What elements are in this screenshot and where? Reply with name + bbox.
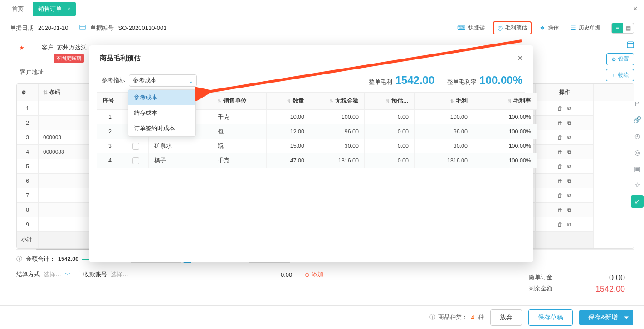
profit-estimate-link[interactable]: ◎毛利预估 bbox=[493, 21, 532, 34]
mcol-unit[interactable]: ⇅销售单位 bbox=[212, 93, 267, 110]
trash-icon[interactable]: 🗑 bbox=[557, 134, 563, 141]
rail-clock-icon[interactable]: ◴ bbox=[631, 130, 644, 142]
number-value: SO-20200110-001 bbox=[118, 25, 167, 31]
save-draft-button[interactable]: 保存草稿 bbox=[528, 309, 573, 326]
mcell-amount: 30.00 bbox=[310, 139, 365, 153]
mcol-amount[interactable]: ⇅无税金额 bbox=[310, 93, 365, 110]
trash-icon[interactable]: 🗑 bbox=[557, 120, 563, 126]
account-period-badge: 不固定账期 bbox=[54, 54, 84, 63]
row-number: 6 bbox=[17, 174, 39, 188]
trash-icon[interactable]: 🗑 bbox=[557, 163, 563, 170]
tab-bar: 首页 销售订单 × × bbox=[0, 0, 644, 18]
copy-icon[interactable]: ⧉ bbox=[567, 221, 571, 228]
copy-icon[interactable]: ⧉ bbox=[567, 149, 571, 155]
shortcut-link[interactable]: ⌨快捷键 bbox=[454, 22, 488, 34]
trash-icon[interactable]: 🗑 bbox=[557, 178, 563, 184]
cell-actions: 🗑⧉ bbox=[536, 159, 594, 174]
copy-icon[interactable]: ⧉ bbox=[567, 134, 571, 141]
close-modal-icon[interactable]: × bbox=[517, 54, 522, 63]
chevron-up-icon[interactable]: ⌃ bbox=[189, 78, 193, 84]
rail-link-icon[interactable]: 🔗 bbox=[631, 113, 644, 126]
trash-icon[interactable]: 🗑 bbox=[557, 207, 563, 213]
settle-method-select[interactable]: 选择… bbox=[44, 270, 61, 279]
rail-doc-icon[interactable]: 🗎 bbox=[631, 97, 644, 110]
indicator-select[interactable] bbox=[129, 74, 197, 87]
mcol-profit[interactable]: ⇅毛利 bbox=[415, 93, 473, 110]
mcol-qty[interactable]: ⇅数量 bbox=[267, 93, 310, 110]
copy-icon[interactable]: ⧉ bbox=[567, 178, 571, 184]
chevron-down-icon[interactable]: ﹀ bbox=[65, 270, 71, 279]
copy-icon[interactable]: ⧉ bbox=[567, 120, 571, 126]
info-icon: ⓘ bbox=[16, 255, 22, 263]
trash-icon[interactable]: 🗑 bbox=[557, 221, 563, 228]
mcell-rate: 100.00% bbox=[473, 153, 537, 168]
target-icon: ◎ bbox=[498, 25, 503, 31]
mcell-unit: 包 bbox=[212, 124, 267, 139]
dropdown-option[interactable]: 结存成本 bbox=[128, 105, 195, 121]
mcell-profit: 96.00 bbox=[415, 124, 473, 139]
row-number: 4 bbox=[17, 145, 39, 159]
mcell-qty: 10.00 bbox=[267, 110, 310, 124]
address-label: 客户地址 bbox=[19, 68, 44, 76]
list-view-icon[interactable]: ≡ bbox=[612, 23, 623, 33]
receive-account-select[interactable]: 选择… bbox=[111, 270, 128, 279]
settings-button[interactable]: ⚙设置 bbox=[606, 53, 634, 65]
close-all-icon[interactable]: × bbox=[633, 4, 638, 14]
row-number: 9 bbox=[17, 217, 39, 232]
copy-icon[interactable]: ⧉ bbox=[567, 192, 571, 199]
footer-bar: ⓘ 商品种类： 4 种 放弃 保存草稿 保存&新增 bbox=[0, 305, 644, 329]
mcell-check[interactable] bbox=[123, 139, 149, 153]
checkbox-icon[interactable] bbox=[132, 157, 139, 164]
trash-icon[interactable]: 🗑 bbox=[557, 105, 563, 112]
indicator-dropdown[interactable]: 参考成本 结存成本 订单签约时成本 bbox=[128, 89, 196, 137]
checkbox-icon[interactable] bbox=[132, 143, 139, 150]
mcol-seq[interactable]: 序号 bbox=[97, 93, 123, 110]
copy-icon[interactable]: ⧉ bbox=[567, 207, 571, 213]
row-number: 5 bbox=[17, 159, 39, 174]
right-rail: 🗎 🔗 ◴ ◎ ▣ ☆ ⤢ bbox=[630, 23, 644, 210]
close-tab-icon[interactable]: × bbox=[67, 5, 71, 12]
save-and-new-button[interactable]: 保存&新增 bbox=[579, 310, 633, 325]
logistics-button[interactable]: ＋物流 bbox=[606, 69, 634, 81]
rail-cart-icon[interactable]: ▣ bbox=[631, 162, 644, 175]
mcell-rate: 100.00% bbox=[473, 124, 537, 139]
history-link[interactable]: ☰历史单据 bbox=[567, 22, 604, 34]
rail-expand-icon[interactable]: ⤢ bbox=[631, 195, 644, 208]
tab-sales-order[interactable]: 销售订单 × bbox=[33, 2, 76, 16]
dropdown-option[interactable]: 订单签约时成本 bbox=[128, 121, 195, 136]
copy-icon[interactable]: ⧉ bbox=[567, 105, 571, 112]
operations-link[interactable]: ❖操作 bbox=[536, 22, 562, 34]
mcell-est: 0.00 bbox=[365, 124, 415, 139]
calendar-icon[interactable] bbox=[79, 24, 86, 32]
mcell-seq: 3 bbox=[97, 139, 123, 153]
mcell-seq: 1 bbox=[97, 110, 123, 124]
abandon-button[interactable]: 放弃 bbox=[490, 309, 522, 326]
mcell-amount: 100.00 bbox=[310, 110, 365, 124]
date-value[interactable]: 2020-01-10 bbox=[38, 25, 68, 31]
mcell-est: 0.00 bbox=[365, 110, 415, 124]
mcell-qty: 15.00 bbox=[267, 139, 310, 153]
mcell-profit: 30.00 bbox=[415, 139, 473, 153]
rail-user-icon[interactable]: ◎ bbox=[631, 146, 644, 159]
dropdown-option[interactable]: 参考成本 bbox=[128, 90, 195, 105]
trash-icon[interactable]: 🗑 bbox=[557, 149, 563, 155]
mcell-seq: 4 bbox=[97, 153, 123, 168]
total-profit-value: 1542.00 bbox=[395, 74, 434, 87]
rail-star-icon[interactable]: ☆ bbox=[631, 179, 644, 192]
mcell-seq: 2 bbox=[97, 124, 123, 139]
date-label: 单据日期 bbox=[10, 24, 34, 32]
mcell-rate: 100.00% bbox=[473, 139, 537, 153]
mcol-est[interactable]: ⇅预估… bbox=[365, 93, 415, 110]
customer-value[interactable]: 苏州万达沃… bbox=[57, 44, 93, 52]
row-number: 7 bbox=[17, 188, 39, 203]
trash-icon[interactable]: 🗑 bbox=[557, 192, 563, 199]
cell-actions: 🗑⧉ bbox=[536, 116, 594, 130]
mcell-check[interactable] bbox=[123, 153, 149, 168]
svg-rect-0 bbox=[80, 25, 85, 30]
col-gear[interactable]: ⚙ bbox=[17, 84, 39, 101]
subtotal-label: 小计 bbox=[17, 232, 39, 248]
copy-icon[interactable]: ⧉ bbox=[567, 163, 571, 170]
add-settlement-button[interactable]: ⊕添加 bbox=[305, 270, 323, 279]
mcol-rate[interactable]: ⇅毛利率 bbox=[473, 93, 537, 110]
tab-home[interactable]: 首页 bbox=[6, 5, 29, 13]
